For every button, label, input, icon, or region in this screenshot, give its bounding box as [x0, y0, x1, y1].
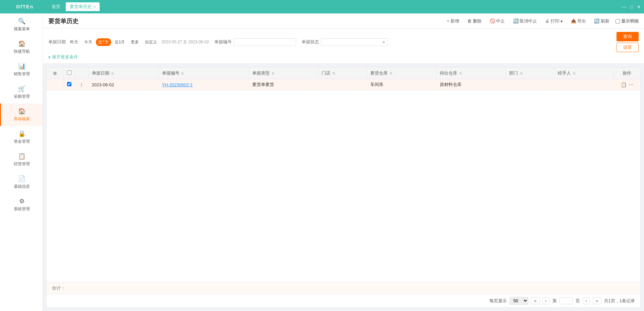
- sort-doc-number-icon: ⇅: [181, 72, 184, 75]
- row-checkbox[interactable]: [67, 82, 71, 86]
- row-doc-number[interactable]: YH-20230602-1: [158, 79, 249, 90]
- export-button[interactable]: 📤 导出: [569, 17, 588, 26]
- row-req-warehouse: 车间库: [367, 79, 436, 90]
- cancel-stop-button[interactable]: 🔄 取消中止: [511, 17, 539, 26]
- page-title: 要货单历史: [48, 17, 78, 25]
- col-seq: [75, 68, 88, 79]
- first-page-btn[interactable]: «: [531, 297, 539, 304]
- expand-chevron-icon: ▾: [48, 55, 51, 60]
- status-label: 单据状态: [302, 39, 319, 45]
- prev-page-btn[interactable]: ‹: [542, 297, 550, 304]
- delete-button[interactable]: 🗑 删除: [465, 17, 484, 26]
- date-btn-1month[interactable]: 近1月: [112, 38, 127, 46]
- window-controls: — □ ✕: [622, 4, 641, 9]
- show-detail-wrap[interactable]: 显示明细: [615, 18, 639, 24]
- refresh-button[interactable]: 🔄 刷新: [592, 17, 611, 26]
- table-scroll: ⚙ 单据日期 ⇅ 单据编号: [47, 68, 640, 282]
- filter-row: 单据日期 昨天 今天 近7天 近1月 更多 自定义 2023-05-27 至 2…: [48, 32, 639, 52]
- table-header-row: ⚙ 单据日期 ⇅ 单据编号: [47, 68, 640, 79]
- table-row: 1 2023-06-02 YH-20230602-1 要货单要货 车间库 原材料…: [47, 79, 640, 90]
- edit-icon[interactable]: 📋: [621, 82, 627, 87]
- row-doc-date: 2023-06-02: [88, 79, 158, 90]
- expand-filters-btn[interactable]: ▾ 展开更多条件: [48, 54, 639, 60]
- date-btn-yesterday[interactable]: 昨天: [68, 38, 80, 46]
- col-action: 操作: [613, 68, 640, 79]
- col-doc-number[interactable]: 单据编号 ⇅: [158, 68, 249, 79]
- date-btn-7days[interactable]: 近7天: [96, 38, 111, 46]
- sidebar-item-sales-mgmt[interactable]: 📊 销售管理: [0, 58, 43, 81]
- row-doc-type: 要货单要货: [249, 79, 318, 90]
- date-btn-more[interactable]: 更多: [128, 38, 141, 46]
- col-pending-warehouse[interactable]: 待出仓库 ⇅: [436, 68, 506, 79]
- sidebar-item-finance-mgmt[interactable]: 🔒 资金管理: [0, 126, 43, 148]
- last-page-btn[interactable]: »: [593, 297, 601, 304]
- row-handler: [554, 79, 613, 90]
- quick-nav-icon: 🏠: [18, 40, 25, 47]
- date-btn-today[interactable]: 今天: [82, 38, 95, 46]
- close-btn[interactable]: ✕: [637, 4, 641, 9]
- col-req-warehouse[interactable]: 要货仓库 ⇅: [367, 68, 436, 79]
- toolbar: + 新增 🗑 删除 🚫 中止 🔄 取消中止 🖨 打印 ▾: [445, 17, 639, 26]
- col-handler[interactable]: 经手人 ⇅: [554, 68, 613, 79]
- doc-number-input[interactable]: [234, 38, 296, 46]
- sidebar-item-search-menu[interactable]: 🔍 搜索菜单: [0, 13, 43, 36]
- sidebar-item-quick-nav[interactable]: 🏠 快捷导航: [0, 36, 43, 58]
- stop-button[interactable]: 🚫 中止: [488, 17, 507, 26]
- sidebar-item-purchase-mgmt[interactable]: 🛒 采购管理: [0, 81, 43, 103]
- sort-req-warehouse-icon: ⇅: [390, 72, 392, 75]
- row-pending-warehouse: 原材料仓库: [436, 79, 506, 90]
- sort-doc-date-icon: ⇅: [111, 72, 114, 75]
- settings-col-icon: ⚙: [53, 71, 57, 76]
- sidebar-item-inventory-calc[interactable]: 🏠 库存核算: [0, 103, 43, 126]
- page-size-select[interactable]: 50 10 20 100: [509, 297, 528, 305]
- tab-close-icon[interactable]: ×: [94, 5, 96, 9]
- print-button[interactable]: 🖨 打印 ▾: [543, 17, 565, 26]
- col-doc-date[interactable]: 单据日期 ⇅: [88, 68, 158, 79]
- page-header: 要货单历史 + 新增 🗑 删除 🚫 中止 🔄 取消中止 �: [43, 13, 644, 29]
- query-button[interactable]: 查询: [616, 32, 639, 41]
- row-settings: [47, 79, 63, 90]
- action-btns: 查询 设置: [616, 32, 639, 52]
- row-seq: 1: [75, 79, 88, 90]
- table-area: ⚙ 单据日期 ⇅ 单据编号: [46, 67, 641, 308]
- row-department: [506, 79, 554, 90]
- date-btn-custom[interactable]: 自定义: [143, 38, 159, 46]
- col-settings[interactable]: ⚙: [47, 68, 63, 79]
- tab-home[interactable]: 首页: [48, 2, 64, 11]
- sidebar-item-basic-info[interactable]: 📄 基础信息: [0, 171, 43, 193]
- status-select[interactable]: ▾: [321, 38, 388, 46]
- date-range-btns: 昨天 今天 近7天 近1月 更多 自定义: [68, 38, 159, 46]
- col-doc-type[interactable]: 单据类型 ⇅: [249, 68, 318, 79]
- tab-requisition-history[interactable]: 要货单历史 ×: [66, 2, 100, 11]
- col-department[interactable]: 部门 ⇅: [506, 68, 554, 79]
- col-store[interactable]: 门店 ⇅: [318, 68, 367, 79]
- system-icon: ⚙: [19, 197, 24, 205]
- page-number-input[interactable]: 1: [559, 297, 573, 304]
- pagination: 每页显示 50 10 20 100 « ‹ 第 1 页 › » 共1页，1条记录: [47, 294, 640, 307]
- operations-icon: 📋: [18, 152, 25, 160]
- select-all-checkbox[interactable]: [67, 71, 71, 75]
- show-detail-checkbox[interactable]: [615, 19, 620, 24]
- filter-area: 单据日期 昨天 今天 近7天 近1月 更多 自定义 2023-05-27 至 2…: [43, 29, 644, 64]
- top-bar: OfTEn 首页 要货单历史 × — □ ✕: [0, 0, 644, 13]
- minimize-btn[interactable]: —: [622, 4, 626, 9]
- add-button[interactable]: + 新增: [445, 17, 461, 26]
- sales-icon: 📊: [18, 62, 25, 70]
- sidebar-item-operations-mgmt[interactable]: 📋 经营管理: [0, 148, 43, 171]
- maximize-btn[interactable]: □: [630, 4, 633, 9]
- col-checkbox[interactable]: [63, 68, 75, 79]
- page-title-row: 要货单历史 + 新增 🗑 删除 🚫 中止 🔄 取消中止 �: [48, 17, 639, 26]
- row-checkbox-cell[interactable]: [63, 79, 75, 90]
- date-filter-group: 单据日期 昨天 今天 近7天 近1月 更多 自定义 2023-05-27 至 2…: [48, 38, 209, 46]
- print-chevron-icon: ▾: [560, 19, 563, 24]
- content-area: 要货单历史 + 新增 🗑 删除 🚫 中止 🔄 取消中止 �: [43, 13, 644, 311]
- settings-button[interactable]: 设置: [616, 43, 639, 52]
- sort-handler-icon: ⇅: [573, 72, 576, 75]
- next-page-btn[interactable]: ›: [583, 297, 590, 304]
- more-icon[interactable]: ⋯: [629, 82, 633, 87]
- date-filter-label: 单据日期: [48, 39, 66, 45]
- finance-icon: 🔒: [18, 130, 25, 137]
- inventory-icon: 🏠: [18, 107, 25, 115]
- search-menu-icon: 🔍: [18, 17, 25, 25]
- sidebar-item-system-mgmt[interactable]: ⚙ 系统管理: [0, 193, 43, 216]
